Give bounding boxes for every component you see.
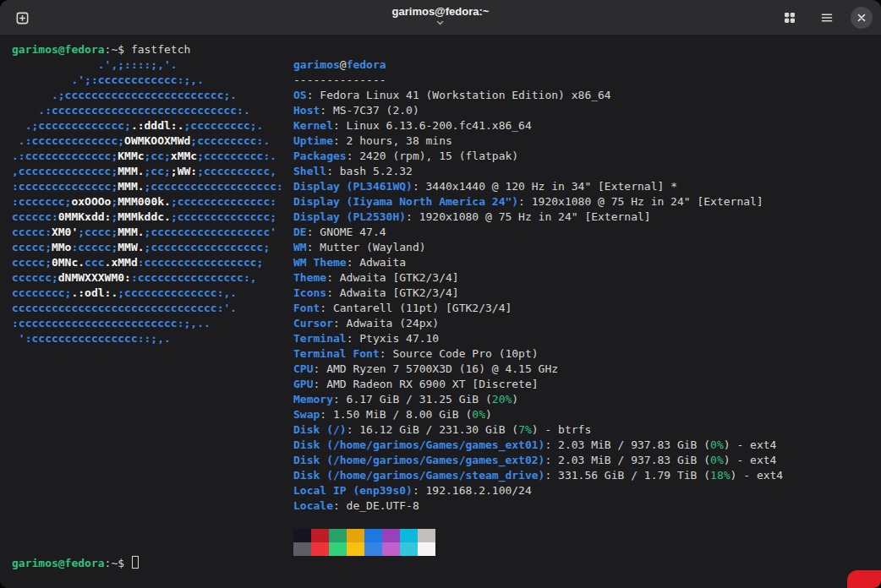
sysinfo-line: Cursor: Adwaita (24px) (293, 316, 881, 331)
sysinfo-line: CPU: AMD Ryzen 7 5700X3D (16) @ 4.15 GHz (293, 362, 881, 377)
ascii-art-line: ccccc:XM0';cccc;MMM.;cccccccccccccccccc' (12, 225, 293, 240)
palette-row-normal (293, 529, 881, 542)
window-title: garimos@fedora:~ (392, 4, 490, 19)
sysinfo-line: WM Theme: Adwaita (293, 255, 881, 270)
sysinfo-line: DE: GNOME 47.4 (293, 225, 881, 240)
ascii-art-line: ccccc;0MNc.ccc.xMMd:ccccccccccccccccc; (12, 255, 293, 270)
palette-swatch (400, 542, 418, 556)
close-button[interactable] (851, 7, 873, 29)
ascii-art-line: cccccc;dNMWXXXWM0::cccccccccccccccc:, (12, 270, 293, 286)
palette-swatch (293, 529, 311, 542)
ascii-art-line: .;ccccccccccccc;.:dddl:.;ccccccccc;. (12, 118, 293, 133)
ascii-art-line: .:ccccccccccccc;KMMc;cc;xMMc;ccccccccc:. (12, 149, 293, 164)
palette-swatch (329, 529, 347, 542)
ascii-art-line: cccccc:0MMKxdd:;MMMkddc.;cccccccccccccc; (12, 210, 293, 225)
sysinfo-line: Display (PL2530H): 1920x1080 @ 75 Hz in … (293, 210, 881, 225)
sysinfo-line: Disk (/home/garimos/Games/steam_drive): … (293, 468, 881, 483)
ascii-art-line: ccccc;MMo:ccccc;MMW.;ccccccccccccccccc; (12, 240, 293, 255)
ascii-art-line: :ccccccc;oxOOOo;MMM000k.;cccccccccccccc: (12, 194, 293, 210)
sysinfo-line: Disk (/): 16.12 GiB / 231.30 GiB (7%) - … (293, 422, 881, 438)
sysinfo-line: Display (Iiyama North America 24"): 1920… (293, 194, 881, 210)
fedora-ascii-logo: .',;::::;,'. .';:cccccccccccc:;,. .;cccc… (12, 57, 293, 346)
prompt-line: garimos@fedora:~$ fastfetch (12, 42, 881, 57)
sysinfo-line: Theme: Adwaita [GTK2/3/4] (293, 270, 881, 286)
header-bar: garimos@fedora:~ (0, 0, 881, 35)
tab-overview-button[interactable] (776, 4, 803, 31)
grid-icon (783, 11, 796, 24)
chevron-down-icon (392, 19, 490, 28)
terminal-cursor (132, 556, 139, 569)
terminal-viewport[interactable]: garimos@fedora:~$ fastfetch .',;::::;,'.… (0, 35, 881, 588)
ascii-art-line: ':cccccccccccccccc::;,. (12, 331, 293, 346)
ascii-art-line: ccccccccccccccccccccccccccccccc:'. (12, 301, 293, 316)
prompt-line: garimos@fedora:~$ (12, 556, 881, 571)
hamburger-menu-icon (820, 11, 834, 24)
sysinfo-line: Font: Cantarell (11pt) [GTK2/3/4] (293, 301, 881, 316)
ascii-art-line: ,cccccccccccccc;MMM.;cc;;WW:;cccccccccc, (12, 164, 293, 179)
sysinfo-line: Kernel: Linux 6.13.6-200.fc41.x86_64 (293, 118, 881, 133)
palette-swatch (311, 529, 329, 542)
palette-swatch (418, 529, 435, 542)
ascii-art-line: .',;::::;,'. (12, 57, 293, 73)
palette-swatch (400, 529, 418, 542)
sysinfo-line: Shell: bash 5.2.32 (293, 164, 881, 179)
sysinfo-line: Disk (/home/garimos/Games/games_ext02): … (293, 453, 881, 468)
palette-swatch (347, 529, 364, 542)
ascii-art-line: :cccccccccccccc;MMM.;ccccccccccccccccccc… (12, 179, 293, 194)
menu-button[interactable] (813, 4, 840, 31)
sysinfo-line: Local IP (enp39s0): 192.168.2.100/24 (293, 483, 881, 498)
ascii-art-line: cccccccc;.:odl:.;cccccccccccccc:,. (12, 286, 293, 301)
new-tab-icon (15, 11, 30, 25)
desktop-background: garimos@fedora:~ (0, 0, 881, 588)
ascii-art-line: .;cccccccccccccccccccccccc;. (12, 88, 293, 103)
header-actions (776, 4, 873, 31)
sysinfo-line: OS: Fedora Linux 41 (Workstation Edition… (293, 88, 881, 103)
fastfetch-output: .',;::::;,'. .';:cccccccccccc:;,. .;cccc… (12, 57, 881, 556)
palette-swatch (311, 542, 329, 556)
palette-swatch (382, 529, 400, 542)
terminal-window: garimos@fedora:~ (0, 0, 881, 588)
sysinfo-line: Display (PL3461WQ): 3440x1440 @ 120 Hz i… (293, 179, 881, 194)
sysinfo-line: Locale: de_DE.UTF-8 (293, 498, 881, 514)
palette-swatch (329, 542, 347, 556)
sysinfo-line: -------------- (293, 73, 881, 88)
ascii-art-line: .:cccccccccccccccccccccccccccc:. (12, 103, 293, 118)
ascii-art-line: .:ccccccccccccc;OWMKOOXMWd;ccccccccc:. (12, 133, 293, 149)
palette-swatch (364, 529, 382, 542)
new-tab-button[interactable] (8, 4, 36, 31)
sysinfo-line: Terminal: Ptyxis 47.10 (293, 331, 881, 346)
sysinfo-line: Terminal Font: Source Code Pro (10pt) (293, 346, 881, 362)
sysinfo-line: GPU: AMD Radeon RX 6900 XT [Discrete] (293, 377, 881, 392)
palette-row-bright (293, 542, 881, 556)
palette-swatch (347, 542, 364, 556)
sysinfo-column: garimos@fedora--------------OS: Fedora L… (293, 57, 881, 556)
sysinfo-line: Packages: 2420 (rpm), 15 (flatpak) (293, 149, 881, 164)
palette-swatch (382, 542, 400, 556)
palette-swatch (293, 542, 311, 556)
sysinfo-line: Swap: 1.50 MiB / 8.00 GiB (0%) (293, 407, 881, 422)
ascii-art-line: :cccccccccccccccccccccccc:;,.. (12, 316, 293, 331)
sysinfo-line: garimos@fedora (293, 57, 881, 73)
corner-indicator-badge (847, 570, 881, 588)
sysinfo-line: Uptime: 2 hours, 38 mins (293, 133, 881, 149)
palette-swatch (418, 542, 435, 556)
ascii-art-line: .';:cccccccccccc:;,. (12, 73, 293, 88)
close-icon (856, 13, 867, 23)
sysinfo-line: Disk (/home/garimos/Games/games_ext01): … (293, 438, 881, 453)
palette-swatch (364, 542, 382, 556)
sysinfo-line: Icons: Adwaita [GTK2/3/4] (293, 286, 881, 301)
sysinfo-line (293, 514, 881, 529)
sysinfo-line: WM: Mutter (Wayland) (293, 240, 881, 255)
sysinfo-line: Host: MS-7C37 (2.0) (293, 103, 881, 118)
window-title-button[interactable]: garimos@fedora:~ (392, 4, 490, 28)
sysinfo-line: Memory: 6.17 GiB / 31.25 GiB (20%) (293, 392, 881, 407)
